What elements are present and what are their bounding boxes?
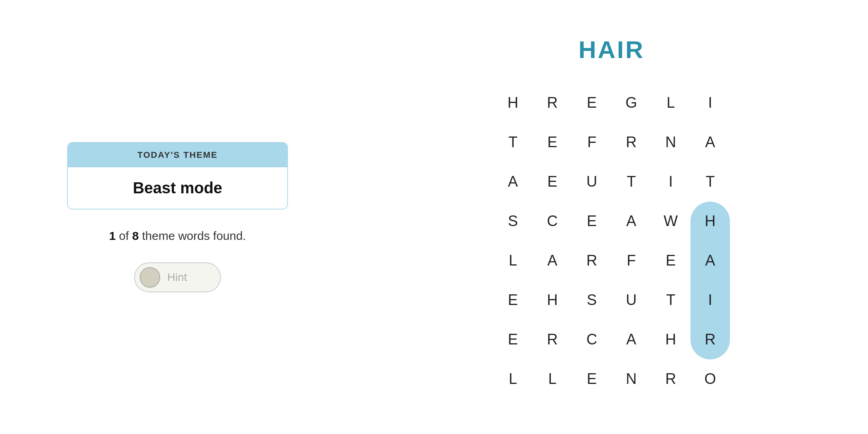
grid-cell[interactable]: A xyxy=(690,123,730,162)
grid-cell[interactable]: E xyxy=(651,241,690,281)
grid-cell[interactable]: C xyxy=(533,202,572,241)
grid-cell[interactable]: R xyxy=(690,320,730,359)
grid-cell[interactable]: U xyxy=(612,281,651,320)
grid-cell[interactable]: E xyxy=(493,281,533,320)
grid-cell[interactable]: F xyxy=(612,241,651,281)
grid-cell[interactable]: R xyxy=(651,359,690,399)
toggle-knob xyxy=(140,267,160,288)
grid-cell[interactable]: E xyxy=(572,83,612,123)
hint-toggle[interactable]: Hint xyxy=(134,262,221,292)
word-search-grid: HREGLITEFRNAAEUTITSCEAWHLARFEAEHSUTIERCA… xyxy=(493,83,730,399)
grid-cell[interactable]: I xyxy=(690,281,730,320)
grid-cell[interactable]: H xyxy=(533,281,572,320)
grid-cell[interactable]: T xyxy=(690,162,730,202)
grid-cell[interactable]: E xyxy=(533,123,572,162)
theme-name: Beast mode xyxy=(133,179,223,196)
grid-cell[interactable]: A xyxy=(690,241,730,281)
words-found-of: of xyxy=(119,229,129,242)
grid-cell[interactable]: S xyxy=(572,281,612,320)
right-panel: HAIR HREGLITEFRNAAEUTITSCEAWHLARFEAEHSUT… xyxy=(355,12,868,423)
grid-cell[interactable]: R xyxy=(533,320,572,359)
theme-card-header-text: TODAY'S THEME xyxy=(137,150,218,160)
grid-cell[interactable]: C xyxy=(572,320,612,359)
theme-card-body: Beast mode xyxy=(68,167,287,209)
grid-cell[interactable]: I xyxy=(690,83,730,123)
grid-cell[interactable]: R xyxy=(612,123,651,162)
theme-card-header: TODAY'S THEME xyxy=(68,143,287,167)
grid-cell[interactable]: A xyxy=(612,202,651,241)
theme-card: TODAY'S THEME Beast mode xyxy=(67,142,288,210)
words-found-text: 1 of 8 theme words found. xyxy=(109,229,246,243)
grid-cell[interactable]: H xyxy=(493,83,533,123)
grid-cell[interactable]: T xyxy=(493,123,533,162)
grid-cell[interactable]: L xyxy=(651,83,690,123)
grid-cell[interactable]: W xyxy=(651,202,690,241)
grid-cell[interactable]: A xyxy=(493,162,533,202)
words-found-total: 8 xyxy=(132,229,139,242)
grid-cell[interactable]: F xyxy=(572,123,612,162)
grid-cell[interactable]: G xyxy=(612,83,651,123)
grid-cell[interactable]: H xyxy=(651,320,690,359)
grid-cell[interactable]: H xyxy=(690,202,730,241)
words-found-count: 1 xyxy=(109,229,116,242)
grid-cell[interactable]: R xyxy=(533,83,572,123)
grid-cell[interactable]: E xyxy=(572,359,612,399)
grid-cell[interactable]: A xyxy=(533,241,572,281)
words-found-suffix: theme words found. xyxy=(142,229,246,242)
grid-cell[interactable]: I xyxy=(651,162,690,202)
grid-cell[interactable]: O xyxy=(690,359,730,399)
grid-cell[interactable]: A xyxy=(612,320,651,359)
left-panel: TODAY'S THEME Beast mode 1 of 8 theme wo… xyxy=(0,118,355,316)
grid-cell[interactable]: N xyxy=(612,359,651,399)
grid-cell[interactable]: T xyxy=(612,162,651,202)
page-container: TODAY'S THEME Beast mode 1 of 8 theme wo… xyxy=(0,0,868,434)
grid-cell[interactable]: U xyxy=(572,162,612,202)
puzzle-title: HAIR xyxy=(578,36,645,64)
grid-cell[interactable]: N xyxy=(651,123,690,162)
grid-cell[interactable]: S xyxy=(493,202,533,241)
grid-cell[interactable]: E xyxy=(493,320,533,359)
grid-cell[interactable]: L xyxy=(493,241,533,281)
grid-cell[interactable]: R xyxy=(572,241,612,281)
hint-label: Hint xyxy=(167,271,187,284)
grid-cell[interactable]: L xyxy=(493,359,533,399)
grid-cell[interactable]: T xyxy=(651,281,690,320)
grid-cell[interactable]: E xyxy=(533,162,572,202)
grid-cell[interactable]: L xyxy=(533,359,572,399)
grid-cell[interactable]: E xyxy=(572,202,612,241)
